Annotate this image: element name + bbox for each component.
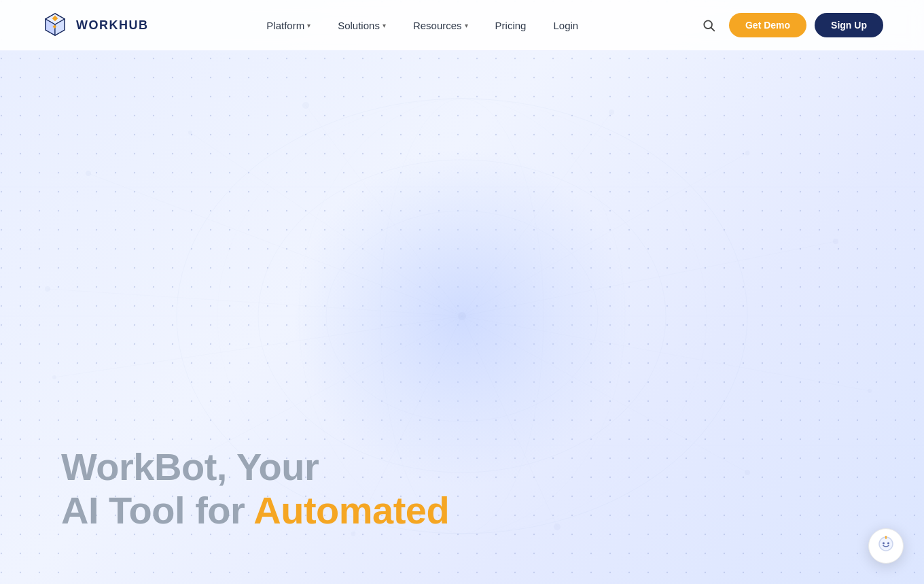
chat-widget-button[interactable] <box>868 528 904 564</box>
get-demo-button[interactable]: Get Demo <box>729 13 806 37</box>
nav-label-resources: Resources <box>413 20 462 31</box>
nav-label-pricing: Pricing <box>495 20 527 31</box>
logo-icon <box>41 11 69 39</box>
hero-line2-prefix: AI Tool for <box>61 489 253 532</box>
hero-content: WorkBot, Your AI Tool for Automated <box>0 51 924 533</box>
svg-line-45 <box>711 28 715 31</box>
chat-bubble-icon <box>877 535 895 553</box>
navbar-actions: Get Demo Sign Up <box>696 13 883 37</box>
svg-point-47 <box>883 543 885 545</box>
hero-heading-line2: AI Tool for Automated <box>61 489 863 532</box>
nav-item-login[interactable]: Login <box>542 14 589 37</box>
hero-highlight-text: Automated <box>253 489 449 532</box>
search-icon <box>702 18 715 32</box>
nav-label-solutions: Solutions <box>338 20 380 31</box>
sign-up-button[interactable]: Sign Up <box>815 13 883 37</box>
chat-icon <box>877 535 895 557</box>
nav-item-platform[interactable]: Platform ▾ <box>255 14 321 37</box>
nav-label-platform: Platform <box>266 20 304 31</box>
chevron-down-icon: ▾ <box>307 22 310 29</box>
navbar: WORKHUB Platform ▾ Solutions ▾ Resources… <box>0 0 924 51</box>
nav-item-resources[interactable]: Resources ▾ <box>402 14 479 37</box>
nav-item-pricing[interactable]: Pricing <box>484 14 537 37</box>
search-button[interactable] <box>696 13 721 37</box>
chevron-down-icon: ▾ <box>465 22 468 29</box>
hero-heading-line1: WorkBot, Your <box>61 445 863 489</box>
svg-point-50 <box>885 536 887 537</box>
svg-point-48 <box>887 543 889 545</box>
nav-menu: Platform ▾ Solutions ▾ Resources ▾ Prici… <box>255 14 589 37</box>
chevron-down-icon: ▾ <box>383 22 386 29</box>
logo-text: WORKHUB <box>76 18 149 33</box>
logo-container[interactable]: WORKHUB <box>41 11 149 39</box>
nav-label-login: Login <box>553 20 578 31</box>
nav-item-solutions[interactable]: Solutions ▾ <box>327 14 397 37</box>
